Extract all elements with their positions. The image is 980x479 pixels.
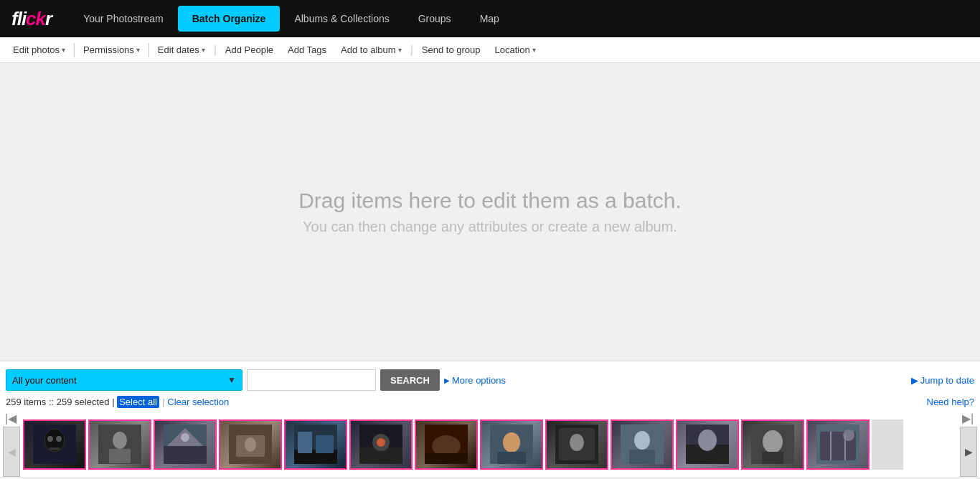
prev-button[interactable]: ◀ — [3, 427, 20, 477]
more-options-arrow: ▶ — [444, 376, 450, 384]
photo-thumb-13[interactable] — [806, 419, 870, 470]
edit-dates-arrow: ▾ — [202, 46, 205, 54]
add-to-album-arrow: ▾ — [398, 46, 402, 54]
svg-point-27 — [503, 432, 520, 452]
svg-rect-25 — [425, 453, 468, 464]
photo-thumb-1[interactable] — [23, 419, 86, 470]
svg-point-14 — [245, 437, 256, 452]
toolbar-divider-2 — [149, 43, 149, 57]
svg-rect-28 — [497, 452, 526, 464]
photo-thumb-7[interactable] — [415, 419, 478, 470]
toolbar-pipe-1: | — [214, 44, 217, 57]
svg-point-11 — [181, 433, 189, 442]
photo-thumb-9[interactable] — [545, 419, 608, 470]
photo-thumb-2[interactable] — [88, 419, 151, 470]
clear-selection-link[interactable]: Clear selection — [167, 397, 229, 407]
add-tags-button[interactable]: Add Tags — [281, 37, 334, 63]
sep-pipe: | — [162, 397, 164, 407]
nav-map[interactable]: Map — [466, 0, 514, 37]
flickr-logo: flickr — [11, 8, 52, 30]
photo-thumb-3[interactable] — [154, 419, 217, 470]
photo-thumb-4[interactable] — [219, 419, 282, 470]
svg-point-3 — [56, 436, 62, 442]
go-first-button[interactable]: |◀ — [3, 412, 20, 425]
selection-count: 259 items :: 259 selected | — [6, 397, 115, 407]
need-help-link[interactable]: Need help? — [927, 397, 975, 407]
go-last-button[interactable]: ▶| — [960, 412, 977, 425]
toolbar-pipe-2: | — [410, 44, 413, 57]
jump-to-date-button[interactable]: ▶ Jump to date — [911, 375, 974, 386]
nav-batch-organize[interactable]: Batch Organize — [178, 6, 281, 32]
toolbar-divider-1 — [74, 43, 75, 57]
add-to-album-button[interactable]: Add to album ▾ — [334, 37, 409, 63]
svg-rect-17 — [298, 432, 312, 453]
photo-thumb-12[interactable] — [741, 419, 804, 470]
photo-thumb-14-partial[interactable] — [872, 419, 903, 470]
nav-albums-collections[interactable]: Albums & Collections — [280, 0, 403, 37]
photo-thumb-5[interactable] — [284, 419, 347, 470]
svg-point-2 — [47, 436, 53, 442]
photo-thumb-11[interactable] — [676, 419, 739, 470]
photo-thumb-10[interactable] — [611, 419, 674, 470]
edit-photos-button[interactable]: Edit photos ▾ — [6, 37, 72, 63]
drop-subtitle: You can then change any attributes or cr… — [303, 219, 677, 235]
svg-rect-40 — [762, 452, 783, 464]
svg-point-22 — [377, 438, 385, 447]
svg-rect-34 — [629, 450, 655, 464]
selection-row: 259 items :: 259 selected | Select all |… — [0, 393, 980, 411]
nav-groups[interactable]: Groups — [404, 0, 466, 37]
photo-thumb-8[interactable] — [480, 419, 543, 470]
top-navigation: flickr Your Photostream Batch Organize A… — [0, 0, 980, 37]
add-people-button[interactable]: Add People — [218, 37, 281, 63]
jump-to-date-arrow: ▶ — [911, 375, 918, 386]
svg-point-33 — [634, 431, 650, 450]
permissions-arrow: ▾ — [136, 46, 140, 54]
location-arrow: ▾ — [532, 46, 536, 54]
permissions-button[interactable]: Permissions ▾ — [76, 37, 147, 63]
svg-rect-9 — [164, 446, 207, 464]
batch-drop-area[interactable]: Drag items here to edit them as a batch.… — [0, 63, 980, 361]
svg-rect-7 — [109, 449, 131, 463]
svg-rect-4 — [49, 447, 60, 450]
content-select[interactable]: All your content ▼ — [6, 369, 242, 391]
svg-rect-18 — [316, 435, 334, 453]
content-select-arrow: ▼ — [227, 375, 236, 385]
strip-nav-right-group: ▶| ▶ — [960, 412, 977, 477]
select-all-link[interactable]: Select all — [117, 396, 159, 408]
svg-point-31 — [570, 434, 584, 451]
drop-title: Drag items here to edit them as a batch. — [298, 189, 682, 213]
search-button[interactable]: SEARCH — [380, 369, 440, 391]
location-button[interactable]: Location ▾ — [487, 37, 542, 63]
photo-strip-container: |◀ ◀ — [0, 411, 980, 478]
next-button[interactable]: ▶ — [960, 427, 977, 477]
search-row: All your content ▼ SEARCH ▶ More options… — [0, 361, 980, 393]
edit-dates-button[interactable]: Edit dates ▾ — [151, 37, 212, 63]
photo-strip — [23, 419, 957, 470]
more-options-button[interactable]: ▶ More options — [444, 375, 506, 386]
svg-point-6 — [113, 432, 127, 449]
nav-photostream[interactable]: Your Photostream — [69, 0, 178, 37]
photo-thumb-6[interactable] — [349, 419, 413, 470]
search-input[interactable] — [247, 369, 376, 391]
svg-point-39 — [763, 430, 783, 453]
bottom-strip: All your content ▼ SEARCH ▶ More options… — [0, 361, 980, 478]
toolbar: Edit photos ▾ Permissions ▾ Edit dates ▾… — [0, 37, 980, 63]
send-to-group-button[interactable]: Send to group — [415, 37, 488, 63]
edit-photos-arrow: ▾ — [62, 46, 65, 54]
svg-point-37 — [698, 430, 717, 451]
strip-nav-left-group: |◀ ◀ — [3, 412, 20, 477]
